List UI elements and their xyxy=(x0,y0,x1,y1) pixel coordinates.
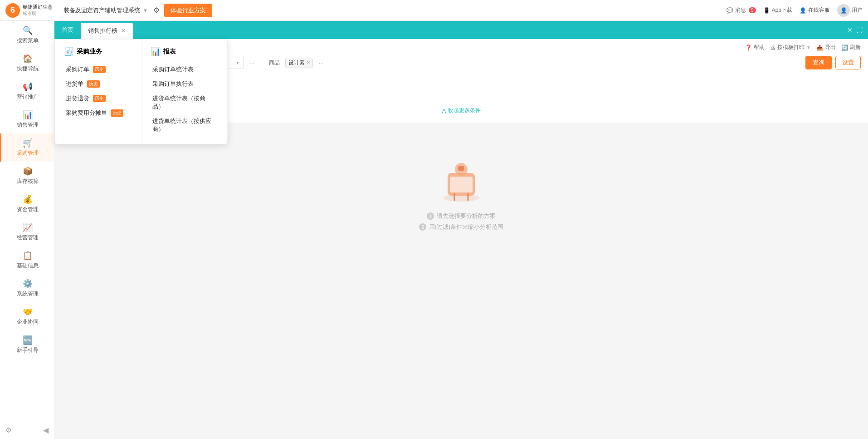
tab-close-icon[interactable]: ✕ xyxy=(121,28,126,34)
sidebar-item-operations[interactable]: 📈 经营管理 xyxy=(0,218,54,246)
sidebar-item-search[interactable]: 🔍 搜索菜单 xyxy=(0,21,54,49)
user-area[interactable]: 👤 用户 xyxy=(837,4,863,17)
settings-bottom-icon[interactable]: ⚙ xyxy=(5,426,12,434)
step-1-num: 1 xyxy=(427,212,434,220)
empty-illustration xyxy=(434,159,488,205)
system-icon: ⚙️ xyxy=(23,279,33,289)
topbar-right: 💬 消息 9 📱 App下载 👤 在线客服 👤 用户 xyxy=(727,4,863,17)
sidebar-item-sales[interactable]: 📊 销售管理 xyxy=(0,105,54,133)
dropdown-item-purchase-order[interactable]: 采购订单 历史 xyxy=(64,62,132,77)
tabbar: 首页 销售排行榜 ✕ ✕ ⛶ xyxy=(54,21,868,39)
service-icon: 👤 xyxy=(800,7,806,14)
sidebar-item-label: 资金管理 xyxy=(17,206,39,213)
doc-status-dots[interactable]: ··· xyxy=(249,59,255,66)
purchase-col-icon: 🧾 xyxy=(64,47,74,57)
system-title: 装备及固定资产辅助管理系统 xyxy=(63,6,140,15)
dropdown-item-goods-return[interactable]: 进货退货 历史 xyxy=(64,91,132,106)
sidebar-item-guide[interactable]: 🆕 新手引导 xyxy=(0,330,54,359)
guide-icon: 🆕 xyxy=(23,335,33,345)
dropdown-item-po-stat[interactable]: 采购订单统计表 xyxy=(151,62,219,77)
tab-home[interactable]: 首页 xyxy=(54,21,81,39)
refresh-item[interactable]: 🔄 刷新 xyxy=(841,44,861,51)
message-icon: 💬 xyxy=(727,7,733,14)
goods-tag-close[interactable]: × xyxy=(307,59,310,66)
help-label: 帮助 xyxy=(754,44,765,51)
sidebar-bottom: ⚙ ◀ xyxy=(0,421,54,439)
sidebar-item-finance[interactable]: 💰 资金管理 xyxy=(0,190,54,218)
print-item[interactable]: 🖨 按模板打印 ▼ xyxy=(770,44,811,51)
home-icon: 🏠 xyxy=(23,54,33,64)
tab-expand-icon[interactable]: ⛶ xyxy=(856,26,863,34)
online-service-item[interactable]: 👤 在线客服 xyxy=(800,6,830,14)
finance-icon: 💰 xyxy=(23,194,33,204)
sidebar-item-label: 系统管理 xyxy=(17,290,39,298)
messages-item[interactable]: 💬 消息 9 xyxy=(727,6,756,14)
empty-step-2: 2 用[过滤]条件来缩小分析范围 xyxy=(419,223,503,231)
goods-label: 商品 xyxy=(269,59,280,67)
collapse-chevron-icon: ⋀ xyxy=(442,108,446,114)
logo-icon: 6 xyxy=(5,3,20,18)
system-title-area: 装备及固定资产辅助管理系统 ▼ ⚙ xyxy=(63,6,160,15)
online-service-label: 在线客服 xyxy=(808,6,830,14)
title-arrow[interactable]: ▼ xyxy=(143,8,148,13)
tab-close-all-icon[interactable]: ✕ xyxy=(847,26,853,34)
sidebar-item-inventory[interactable]: 📦 库存核算 xyxy=(0,162,54,190)
step-2-text: 用[过滤]条件来缩小分析范围 xyxy=(429,223,503,231)
dropdown-item-gr-stat-supplier[interactable]: 进货单统计表（按供应商） xyxy=(151,114,219,137)
sidebar-item-label: 营销推广 xyxy=(17,93,39,101)
messages-label: 消息 xyxy=(735,6,746,14)
export-item[interactable]: 📤 导出 xyxy=(816,44,836,51)
sidebar-item-marketing[interactable]: 📢 营销推广 xyxy=(0,77,54,105)
sidebar-item-label: 新手引导 xyxy=(17,346,39,354)
sidebar-item-label: 销售管理 xyxy=(17,121,39,129)
basic-icon: 📋 xyxy=(23,251,33,261)
dropdown-item-purchase-expense[interactable]: 采购费用分摊单 历史 xyxy=(64,106,132,120)
query-button[interactable]: 查询 xyxy=(805,56,832,69)
collapse-sidebar-icon[interactable]: ◀ xyxy=(43,426,49,434)
topbar-settings-icon[interactable]: ⚙ xyxy=(153,6,160,15)
po-exec-label: 采购订单执行表 xyxy=(152,80,194,88)
app-download-item[interactable]: 📱 App下载 xyxy=(763,6,792,14)
tab-sales-rank-label: 销售排行榜 xyxy=(88,27,117,35)
step-1-text: 请先选择要分析的方案 xyxy=(437,212,496,220)
report-col-icon: 📊 xyxy=(151,47,161,57)
refresh-label: 刷新 xyxy=(850,44,861,51)
purchase-expense-history: 历史 xyxy=(111,109,123,117)
report-col-title-text: 报表 xyxy=(163,48,176,56)
gr-stat-goods-label: 进货单统计表（按商品） xyxy=(152,94,217,111)
dropdown-item-gr-stat-goods[interactable]: 进货单统计表（按商品） xyxy=(151,91,219,114)
app-download-label: App下载 xyxy=(772,6,792,14)
sidebar-item-system[interactable]: ⚙️ 系统管理 xyxy=(0,274,54,302)
purchase-order-label: 采购订单 xyxy=(66,65,89,74)
sales-icon: 📊 xyxy=(23,110,33,120)
svg-rect-2 xyxy=(450,177,473,192)
report-col-title: 📊 报表 xyxy=(151,47,219,57)
sidebar: 🔍 搜索菜单 🏠 快捷导航 📢 营销推广 📊 销售管理 🛒 采购管理 📦 库存核… xyxy=(0,21,54,439)
goods-return-history: 历史 xyxy=(93,95,106,102)
doc-status-arrow: ▼ xyxy=(235,60,240,65)
sidebar-item-collab[interactable]: 🤝 企业协同 xyxy=(0,302,54,330)
inventory-icon: 📦 xyxy=(23,166,33,176)
dropdown-item-po-exec[interactable]: 采购订单执行表 xyxy=(151,77,219,91)
sidebar-item-label: 库存核算 xyxy=(17,178,39,185)
po-stat-label: 采购订单统计表 xyxy=(152,65,194,74)
industry-btn[interactable]: 体验行业方案 xyxy=(164,4,212,17)
purchase-order-history: 历史 xyxy=(93,66,106,73)
sidebar-item-basic[interactable]: 📋 基础信息 xyxy=(0,246,54,274)
settings-button[interactable]: 设置 xyxy=(835,56,861,69)
export-label: 导出 xyxy=(825,44,836,51)
help-item[interactable]: ❓ 帮助 xyxy=(745,44,765,51)
purchase-icon: 🛒 xyxy=(23,138,33,148)
sidebar-item-label: 企业协同 xyxy=(17,318,39,326)
sidebar-item-purchase[interactable]: 🛒 采购管理 xyxy=(0,133,54,162)
sidebar-item-quick[interactable]: 🏠 快捷导航 xyxy=(0,49,54,77)
goods-tag-text: 设计素 xyxy=(288,59,305,67)
operations-icon: 📈 xyxy=(23,222,33,232)
goods-receipt-history: 历史 xyxy=(87,80,100,88)
phone-icon: 📱 xyxy=(763,7,770,14)
refresh-icon: 🔄 xyxy=(841,44,848,51)
dropdown-item-goods-receipt[interactable]: 进货单 历史 xyxy=(64,77,132,91)
print-arrow[interactable]: ▼ xyxy=(806,45,811,50)
tab-sales-rank[interactable]: 销售排行榜 ✕ xyxy=(81,23,133,39)
goods-dots[interactable]: ··· xyxy=(318,59,324,66)
